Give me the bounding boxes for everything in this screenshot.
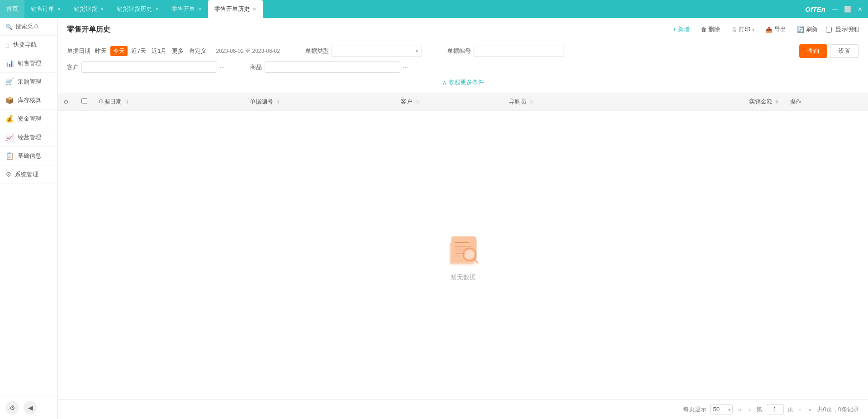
date-opt-today[interactable]: 今天 — [110, 46, 128, 56]
sales-icon: 📊 — [5, 59, 14, 67]
sidebar-item-sales-label: 销售管理 — [18, 59, 41, 67]
filter-product: 商品 ··· — [250, 61, 408, 73]
purchase-icon: 🛒 — [5, 78, 14, 86]
date-opt-1month[interactable]: 近1月 — [150, 46, 168, 56]
tab-retail-history-close[interactable]: ✕ — [252, 6, 256, 12]
finance-icon: 💰 — [5, 115, 14, 123]
tab-sales-return[interactable]: 销货退货 ✕ — [67, 0, 110, 18]
sidebar-item-sales[interactable]: 📊 销售管理 — [0, 54, 57, 73]
sidebar-item-system[interactable]: ⚙ 系统管理 — [0, 165, 57, 184]
tab-sales-order[interactable]: 销售订单 ✕ — [24, 0, 67, 18]
date-opt-7days[interactable]: 近7天 — [129, 46, 148, 56]
tab-sales-order-label: 销售订单 — [31, 5, 54, 13]
display-toggle[interactable]: 显示明细 — [826, 25, 859, 33]
customer-dots-btn[interactable]: ··· — [220, 64, 225, 71]
prev-page-button[interactable]: ‹ — [747, 405, 753, 414]
tab-sales-return-close[interactable]: ✕ — [100, 6, 104, 12]
collapse-button[interactable]: ∧ 收起更多条件 — [442, 78, 484, 86]
sort-number-icon[interactable]: ⇅ — [276, 99, 280, 104]
pagination: 每页显示 20 50 100 « ‹ 第 页 › » 共0页，0条记录 — [58, 399, 868, 419]
delete-button[interactable]: 🗑 删除 — [698, 24, 723, 35]
first-page-button[interactable]: « — [736, 405, 744, 414]
print-button[interactable]: 🖨 打印 ▾ — [728, 24, 757, 35]
query-button[interactable]: 查询 — [799, 44, 827, 58]
date-opt-yesterday[interactable]: 昨天 — [93, 46, 109, 56]
display-toggle-checkbox[interactable] — [826, 27, 832, 33]
product-input[interactable] — [265, 61, 400, 73]
tab-sales-order-close[interactable]: ✕ — [57, 6, 61, 12]
filter-row-2: 客户 ··· 商品 ··· — [67, 61, 859, 73]
collapse-chevron-icon: ∧ — [442, 79, 447, 86]
sort-customer-icon[interactable]: ⇅ — [416, 99, 419, 104]
sidebar-item-inventory-label: 库存核算 — [18, 96, 41, 104]
number-input[interactable] — [474, 46, 564, 57]
type-select-wrap — [332, 46, 422, 57]
table-header-row: ⚙ 单据日期 ⇅ 单据编号 ⇅ — [58, 93, 868, 111]
customer-input[interactable] — [81, 61, 217, 73]
sidebar-item-operations[interactable]: 📈 经营管理 — [0, 128, 57, 147]
close-btn[interactable]: ✕ — [858, 6, 863, 13]
sidebar-item-quicknav-label: 快捷导航 — [13, 41, 37, 49]
basicinfo-icon: 📋 — [5, 152, 14, 160]
new-button[interactable]: + 新增 — [670, 24, 693, 35]
delete-icon: 🗑 — [701, 26, 707, 33]
sidebar-search[interactable]: 🔍 搜索采单 — [0, 18, 57, 36]
tab-sales-return-label: 销货退货 — [74, 5, 97, 13]
page-header: 零售开单历史 + 新增 🗑 删除 🖨 打印 ▾ 📤 导出 — [58, 18, 868, 93]
empty-text: 暂无数据 — [451, 273, 476, 282]
sort-amount-icon[interactable]: ⇅ — [775, 99, 779, 104]
sidebar: 🔍 搜索采单 ⌂ 快捷导航 📊 销售管理 🛒 采购管理 📦 库存核算 💰 资金管… — [0, 18, 58, 419]
filter-customer: 客户 ··· — [67, 61, 225, 73]
sidebar-item-quicknav[interactable]: ⌂ 快捷导航 — [0, 36, 57, 54]
sidebar-item-system-label: 系统管理 — [15, 170, 38, 179]
sort-salesperson-icon[interactable]: ⇅ — [530, 99, 533, 104]
table-settings-icon[interactable]: ⚙ — [63, 99, 69, 105]
sidebar-bottom: ⚙ ◀ — [0, 396, 57, 419]
select-all-checkbox[interactable] — [81, 98, 87, 104]
refresh-button[interactable]: 🔄 刷新 — [794, 24, 821, 35]
filter-date-range-item: 2023-06-02 至 2023-06-02 — [216, 47, 280, 55]
sidebar-item-basicinfo[interactable]: 📋 基础信息 — [0, 147, 57, 165]
sidebar-item-purchase[interactable]: 🛒 采购管理 — [0, 73, 57, 91]
filter-settings-button[interactable]: 设置 — [830, 44, 859, 58]
per-page-select[interactable]: 20 50 100 — [710, 404, 733, 414]
minimize-btn[interactable]: — — [832, 6, 838, 13]
empty-illustration — [436, 228, 490, 273]
top-bar: 首页 销售订单 ✕ 销货退货 ✕ 销货退货历史 ✕ 零售开单 ✕ 零售开单历史 … — [0, 0, 868, 18]
maximize-btn[interactable]: ⬜ — [844, 6, 851, 13]
product-dots-btn[interactable]: ··· — [403, 64, 408, 71]
collapse-sidebar-button[interactable]: ◀ — [24, 401, 37, 414]
page-number-input[interactable] — [766, 404, 784, 414]
refresh-icon: 🔄 — [797, 26, 804, 33]
date-range-value: 2023-06-02 至 2023-06-02 — [216, 47, 280, 55]
tab-home-label: 首页 — [6, 5, 18, 13]
sidebar-item-finance-label: 资金管理 — [18, 115, 41, 123]
date-opt-custom[interactable]: 自定义 — [187, 46, 209, 56]
settings-gear-button[interactable]: ⚙ — [5, 401, 19, 414]
sort-date-icon[interactable]: ⇅ — [125, 99, 128, 104]
filter-number: 单据编号 — [447, 46, 564, 57]
home-icon: ⌂ — [5, 41, 9, 49]
tab-sales-return-history-close[interactable]: ✕ — [155, 6, 159, 12]
tab-retail-history[interactable]: 零售开单历史 ✕ — [208, 0, 263, 18]
last-page-button[interactable]: » — [806, 405, 814, 414]
sidebar-item-inventory[interactable]: 📦 库存核算 — [0, 91, 57, 110]
tab-retail-history-label: 零售开单历史 — [214, 5, 250, 13]
collapse-label: 收起更多条件 — [449, 78, 484, 86]
type-select[interactable] — [332, 46, 422, 57]
date-options: 昨天 今天 近7天 近1月 更多 自定义 — [93, 46, 209, 56]
th-number: 单据编号 ⇅ — [244, 93, 396, 111]
tab-home[interactable]: 首页 — [0, 0, 24, 18]
date-opt-more[interactable]: 更多 — [170, 46, 185, 56]
per-page-label: 每页显示 — [683, 405, 707, 414]
tab-retail-order-close[interactable]: ✕ — [198, 6, 202, 12]
next-page-button[interactable]: › — [797, 405, 803, 414]
th-amount: 实销金额 ⇅ — [633, 93, 785, 111]
th-settings: ⚙ — [58, 93, 76, 111]
sidebar-item-finance[interactable]: 💰 资金管理 — [0, 110, 57, 128]
tab-sales-return-history[interactable]: 销货退货历史 ✕ — [110, 0, 165, 18]
page-title-row: 零售开单历史 + 新增 🗑 删除 🖨 打印 ▾ 📤 导出 — [67, 24, 859, 35]
th-customer: 客户 ⇅ — [395, 93, 503, 111]
export-button[interactable]: 📤 导出 — [763, 24, 789, 35]
tab-retail-order[interactable]: 零售开单 ✕ — [165, 0, 208, 18]
